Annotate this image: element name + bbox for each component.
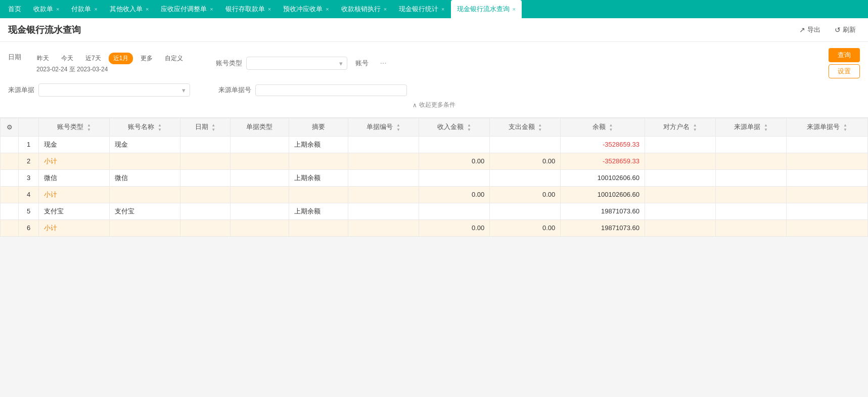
col-source-doc-no[interactable]: 来源单据号 ▲▼: [787, 118, 868, 137]
account-more-button[interactable]: ···: [380, 59, 386, 68]
row-index: 4: [19, 186, 39, 203]
sort-icon: ▲▼: [396, 123, 400, 132]
filter-row-1: 日期 昨天 今天 近7天 近1月 更多 自定义 2023-02-24 至 202…: [8, 48, 860, 78]
date-custom[interactable]: 自定义: [160, 53, 188, 64]
date-filter-group: 日期 昨天 今天 近7天 近1月 更多 自定义 2023-02-24 至 202…: [8, 53, 188, 74]
close-icon[interactable]: ×: [513, 0, 516, 18]
close-icon[interactable]: ×: [268, 0, 271, 18]
account-type-filter: 账号类型 ▾: [216, 57, 347, 70]
filter-row-2: 来源单据 ▾ 来源单据号: [8, 83, 860, 97]
cell-expense: 0.00: [490, 219, 561, 236]
cell-account-name: 微信: [110, 169, 180, 186]
account-filter: 账号 ···: [355, 59, 386, 68]
cell-expense: [490, 136, 561, 153]
cell-source-doc-no: [787, 219, 868, 236]
cell-account-type: 小计: [39, 219, 110, 236]
gear-icon: ⚙: [7, 123, 13, 131]
export-button[interactable]: ↗ 导出: [795, 23, 825, 36]
nav-receipt[interactable]: 收款单 ×: [27, 0, 65, 18]
col-doc-no[interactable]: 单据编号 ▲▼: [348, 118, 419, 137]
col-account-name[interactable]: 账号名称 ▲▼: [110, 118, 180, 137]
nav-stats[interactable]: 现金银行统计 ×: [393, 0, 450, 18]
row-gear: [1, 203, 19, 219]
col-income[interactable]: 收入金额 ▲▼: [419, 118, 490, 137]
cell-source-doc-no: [787, 203, 868, 219]
cell-balance: 19871073.60: [561, 203, 645, 219]
col-account-type[interactable]: 账号类型 ▲▼: [39, 118, 110, 137]
page-title: 现金银行流水查询: [8, 24, 81, 36]
cell-balance: -3528659.33: [561, 136, 645, 153]
sort-icon: ▲▼: [843, 123, 847, 132]
header-actions: ↗ 导出 ↺ 刷新: [795, 23, 860, 36]
close-icon[interactable]: ×: [94, 0, 97, 18]
account-label: 账号: [355, 59, 376, 68]
cell-date: [180, 186, 230, 203]
page-header: 现金银行流水查询 ↗ 导出 ↺ 刷新: [0, 18, 868, 42]
close-icon[interactable]: ×: [441, 0, 444, 18]
cell-account-type: 小计: [39, 153, 110, 169]
cell-summary: 上期余额: [289, 136, 348, 153]
row-index: 5: [19, 203, 39, 219]
date-today[interactable]: 今天: [57, 53, 78, 64]
date-yesterday[interactable]: 昨天: [32, 53, 54, 64]
sort-icon: ▲▼: [467, 123, 471, 132]
col-index: [19, 118, 39, 137]
col-gear[interactable]: ⚙: [1, 118, 19, 137]
date-more[interactable]: 更多: [136, 53, 157, 64]
collapse-bar[interactable]: ∧ 收起更多条件: [8, 99, 860, 111]
sort-icon: ▲▼: [87, 123, 91, 132]
col-expense[interactable]: 支出金额 ▲▼: [490, 118, 561, 137]
cell-income: [419, 203, 490, 219]
close-icon[interactable]: ×: [210, 0, 213, 18]
source-doc-no-label: 来源单据号: [218, 85, 251, 95]
col-source-doc[interactable]: 来源单据 ▲▼: [716, 118, 787, 137]
row-gear: [1, 219, 19, 236]
table-row: 1 现金 现金 上期余额 -3528659.33: [1, 136, 868, 153]
date-range-display: 2023-02-24 至 2023-03-24: [36, 65, 188, 74]
query-button[interactable]: 查询: [829, 48, 860, 62]
refresh-button[interactable]: ↺ 刷新: [831, 23, 860, 36]
cell-income: 0.00: [419, 153, 490, 169]
sort-icon: ▲▼: [538, 123, 542, 132]
cell-source-doc: [716, 186, 787, 203]
nav-flow-query[interactable]: 现金银行流水查询 ×: [451, 0, 522, 18]
filter-area: 日期 昨天 今天 近7天 近1月 更多 自定义 2023-02-24 至 202…: [0, 42, 868, 118]
cell-expense: 0.00: [490, 186, 561, 203]
close-icon[interactable]: ×: [326, 0, 329, 18]
nav-adjust[interactable]: 应收应付调整单 ×: [155, 0, 219, 18]
cell-doc-no: [348, 186, 419, 203]
nav-bank[interactable]: 银行存取款单 ×: [219, 0, 277, 18]
cell-account-name: 现金: [110, 136, 180, 153]
col-counterpart[interactable]: 对方户名 ▲▼: [645, 118, 715, 137]
sort-icon: ▲▼: [609, 123, 613, 132]
row-gear: [1, 186, 19, 203]
cell-balance: 100102606.60: [561, 169, 645, 186]
nav-pre-collection[interactable]: 预收冲应收单 ×: [277, 0, 335, 18]
close-icon[interactable]: ×: [56, 0, 59, 18]
date-7days[interactable]: 近7天: [81, 53, 106, 64]
cell-doc-no: [348, 203, 419, 219]
nav-verify[interactable]: 收款核销执行 ×: [335, 0, 393, 18]
cell-source-doc: [716, 169, 787, 186]
settings-button[interactable]: 设置: [829, 64, 860, 78]
cell-income: 0.00: [419, 219, 490, 236]
date-1month[interactable]: 近1月: [109, 53, 133, 64]
col-balance[interactable]: 余额 ▲▼: [561, 118, 645, 137]
cell-account-type: 微信: [39, 169, 110, 186]
action-group: 查询 设置: [829, 48, 860, 78]
table-row: 5 支付宝 支付宝 上期余额 19871073.60: [1, 203, 868, 219]
col-date[interactable]: 日期 ▲▼: [180, 118, 230, 137]
nav-other-income[interactable]: 其他收入单 ×: [104, 0, 155, 18]
source-doc-select[interactable]: ▾: [38, 83, 190, 97]
cell-doc-type: [230, 219, 289, 236]
account-type-select[interactable]: ▾: [246, 57, 347, 70]
close-icon[interactable]: ×: [146, 0, 149, 18]
refresh-icon: ↺: [835, 26, 841, 34]
source-doc-no-input[interactable]: [255, 84, 407, 96]
row-index: 1: [19, 136, 39, 153]
nav-payment[interactable]: 付款单 ×: [65, 0, 103, 18]
close-icon[interactable]: ×: [384, 0, 387, 18]
nav-home[interactable]: 首页: [2, 0, 27, 18]
table-row: 4 小计 0.00 0.00 100102606.60: [1, 186, 868, 203]
cell-counterpart: [645, 169, 715, 186]
